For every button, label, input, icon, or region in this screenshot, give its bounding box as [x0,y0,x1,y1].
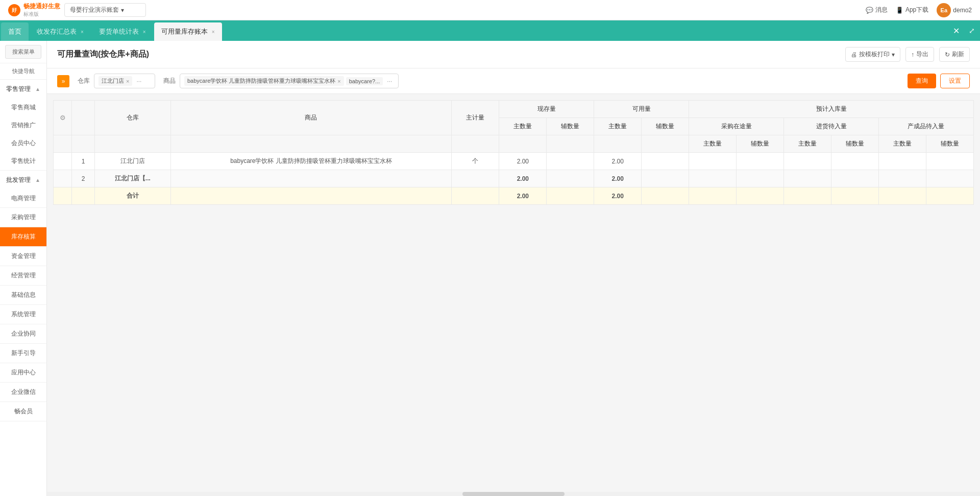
product-tag-2-text: babycare?... [349,78,380,84]
sidebar-item-ecommerce[interactable]: 电商管理 [0,190,46,207]
th-purchase-aux: 辅数量 [737,135,784,153]
data-table: ⚙ 仓库 商品 主计量 现存量 可用量 预计入库量 主数量 辅数量 主数量 [53,100,974,205]
message-icon: 💬 [866,7,873,14]
wholesale-section-arrow: ▲ [35,177,40,183]
sidebar-section-wholesale-label: 批发管理 [6,176,31,184]
tab-receive-label: 收发存汇总表 [37,27,77,36]
page-header: 可用量查询(按仓库+商品) 🖨 按模板打印 ▾ ↑ 导出 ↻ 刷新 [47,41,980,68]
sidebar-item-enterprise-collab[interactable]: 企业协同 [0,324,46,344]
refresh-label: 刷新 [952,50,964,59]
tf-product [170,187,452,205]
th-sub-index [72,135,95,153]
td-gear-2 [54,170,72,187]
product-filter-label: 商品 [163,77,176,85]
close-all-tabs[interactable]: ✕ [953,26,960,36]
tab-home[interactable]: 首页 [1,22,29,41]
print-btn[interactable]: 🖨 按模板打印 ▾ [845,47,900,62]
th-purchase-transit-group: 采购在途量 [689,118,784,135]
th-available-group: 可用量 [594,101,689,118]
print-icon: 🖨 [851,51,857,58]
th-sub-warehouse [95,135,170,153]
sidebar-item-marketing[interactable]: 营销推广 [0,116,46,134]
sidebar: 搜索菜单 快捷导航 零售管理 ▲ 零售商城 营销推广 会员中心 零售统计 批发管… [0,41,47,496]
table-row: 2 江北门店【... 2.00 2.00 [54,170,974,187]
expand-nav-icon[interactable]: ⤢ [969,27,975,35]
product-filter-input[interactable]: babycare学饮杯 儿童防摔防撞吸管杯重力球吸嘴杯宝宝水杯 × babyca… [180,74,399,88]
tf-inbound-main [784,187,831,205]
query-button[interactable]: 查询 [908,74,936,88]
warehouse-filter-input[interactable]: 江北门店 × ··· [94,74,155,88]
sidebar-item-members[interactable]: 会员中心 [0,134,46,152]
top-bar: 好 畅捷通好生意 标准版 母婴行业演示账套 ▾ 💬 消息 📱 App下载 Ea … [0,0,980,20]
tenant-selector[interactable]: 母婴行业演示账套 ▾ [64,3,146,17]
tf-label: 合计 [95,187,170,205]
th-product: 商品 [170,101,452,135]
td-avail-aux-2 [642,170,689,187]
sidebar-item-finance[interactable]: 资金管理 [0,247,46,266]
sidebar-item-chang-member[interactable]: 畅会员 [0,402,46,421]
export-label: 导出 [916,50,928,59]
sidebar-item-inventory[interactable]: 库存核算 [0,227,46,247]
th-planned-group: 预计入库量 [689,101,974,118]
sidebar-item-retail-stats[interactable]: 零售统计 [0,152,46,170]
user-area[interactable]: Ea demo2 [937,3,972,17]
sidebar-item-purchase[interactable]: 采购管理 [0,208,46,227]
sidebar-item-enterprise-wechat[interactable]: 企业微信 [0,383,46,402]
settings-icon[interactable]: ⚙ [60,114,66,122]
warehouse-filter-label: 仓库 [78,77,90,85]
tab-available-stock[interactable]: 可用量库存账本 × [154,22,222,41]
product-tag-1-remove[interactable]: × [337,78,340,84]
td-inbound-main-1 [784,153,831,170]
app-download-action[interactable]: 📱 App下载 [896,6,928,14]
sidebar-section-wholesale-header[interactable]: 批发管理 ▲ [0,171,46,190]
td-production-main-2 [878,170,926,187]
td-current-aux-1 [547,153,594,170]
tab-order-stats[interactable]: 要货单统计表 × [92,22,153,41]
th-production-main: 主数量 [878,135,926,153]
tab-receive-summary[interactable]: 收发存汇总表 × [30,22,91,41]
sidebar-item-system[interactable]: 系统管理 [0,305,46,324]
td-purchase-aux-1 [737,153,784,170]
tf-gear [54,187,72,205]
th-sub-product [170,135,452,153]
message-action[interactable]: 💬 消息 [866,6,888,14]
warehouse-tag-remove[interactable]: × [126,78,129,84]
tab-order-close[interactable]: × [143,29,146,35]
th-index [72,101,95,135]
refresh-btn[interactable]: ↻ 刷新 [939,47,970,62]
quick-nav-button[interactable]: 快捷导航 [0,63,46,80]
filter-product-group: 商品 babycare学饮杯 儿童防摔防撞吸管杯重力球吸嘴杯宝宝水杯 × bab… [163,74,399,88]
bottom-scrollbar[interactable] [47,492,980,496]
th-unit: 主计量 [452,101,499,135]
setting-button[interactable]: 设置 [940,74,970,88]
sidebar-section-retail-header[interactable]: 零售管理 ▲ [0,80,46,99]
table-body: 1 江北门店 babycare学饮杯 儿童防摔防撞吸管杯重力球吸嘴杯宝宝水杯 个… [54,153,974,187]
filter-warehouse-group: 仓库 江北门店 × ··· [78,74,155,88]
top-bar-right: 💬 消息 📱 App下载 Ea demo2 [866,3,972,17]
page-title: 可用量查询(按仓库+商品) [57,49,149,60]
th-sub-gear [54,135,72,153]
tab-available-close[interactable]: × [212,29,215,35]
logo-info: 畅捷通好生意 标准版 [23,2,60,18]
sidebar-item-basic-info[interactable]: 基础信息 [0,286,46,305]
sidebar-item-new-guide[interactable]: 新手引导 [0,344,46,363]
sidebar-item-retail-mall[interactable]: 零售商城 [0,99,46,116]
tf-production-main [878,187,926,205]
td-purchase-main-1 [689,153,737,170]
logo-area: 好 畅捷通好生意 标准版 [8,2,60,18]
product-more-dots[interactable]: ··· [385,78,394,85]
tf-avail-main: 2.00 [594,187,642,205]
tf-inbound-aux [831,187,879,205]
sidebar-item-app-center[interactable]: 应用中心 [0,363,46,383]
export-btn[interactable]: ↑ 导出 [905,47,934,62]
th-sub-current-aux [547,135,594,153]
sidebar-search-button[interactable]: 搜索菜单 [5,45,41,59]
filter-expand-btn[interactable]: » [57,75,69,87]
sidebar-item-operation[interactable]: 经营管理 [0,266,46,286]
warehouse-more-dots[interactable]: ··· [134,78,143,85]
table-row: 1 江北门店 babycare学饮杯 儿童防摔防撞吸管杯重力球吸嘴杯宝宝水杯 个… [54,153,974,170]
th-inbound-main: 主数量 [784,135,831,153]
tab-order-label: 要货单统计表 [99,27,139,36]
th-current-aux: 辅数量 [547,118,594,135]
tab-receive-close[interactable]: × [81,29,84,35]
